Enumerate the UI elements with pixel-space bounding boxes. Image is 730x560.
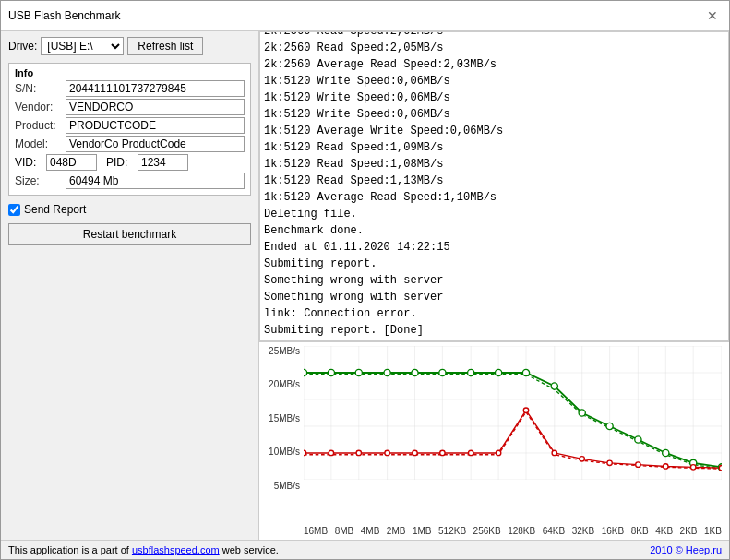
x-axis-label: 1KB (704, 526, 722, 536)
log-line: 1k:5120 Write Speed:0,06MB/s (264, 106, 724, 123)
window-title: USB Flash Benchmark (8, 9, 120, 22)
main-area: Drive: [USB] E:\ Refresh list Info S/N: … (1, 31, 729, 540)
x-axis-label: 2MB (387, 526, 406, 536)
svg-point-53 (719, 466, 722, 471)
svg-point-30 (522, 369, 529, 375)
size-label: Size: (15, 174, 66, 187)
drive-label: Drive: (8, 40, 37, 53)
log-line: Benchmark done. (264, 222, 724, 239)
x-axis-label: 16KB (602, 526, 624, 536)
log-line: 2k:2560 Read Speed:2,02MB/s (264, 31, 724, 40)
footer-text-before: This application is a part of (8, 544, 132, 555)
restart-button[interactable]: Restart benchmark (8, 223, 251, 245)
svg-point-25 (384, 369, 390, 375)
y-axis-label: 25MB/s (269, 346, 300, 356)
svg-point-23 (328, 369, 334, 375)
svg-point-24 (355, 369, 362, 375)
svg-point-38 (304, 450, 306, 455)
refresh-button[interactable]: Refresh list (127, 37, 203, 55)
svg-point-35 (663, 449, 669, 456)
chart-svg (304, 346, 722, 480)
svg-point-29 (495, 369, 501, 375)
log-line: Something wrong with server (264, 289, 724, 305)
product-input[interactable] (66, 117, 245, 134)
svg-point-31 (551, 383, 557, 389)
send-report-checkbox[interactable] (8, 204, 20, 216)
svg-point-44 (468, 450, 473, 455)
drive-select[interactable]: [USB] E:\ (41, 37, 124, 55)
footer-text: This application is a part of usbflashsp… (8, 544, 279, 555)
svg-point-34 (635, 436, 641, 443)
sn-row: S/N: (15, 80, 245, 97)
x-axis-labels: 16MB8MB4MB2MB1MB512KB256KB128KB64KB32KB1… (304, 526, 722, 536)
main-window: USB Flash Benchmark ✕ Drive: [USB] E:\ R… (0, 0, 730, 560)
vendor-input[interactable] (66, 99, 245, 115)
svg-point-42 (413, 450, 417, 455)
log-line: 1k:5120 Average Write Speed:0,06MB/s (264, 123, 724, 139)
model-input[interactable] (66, 136, 245, 152)
product-row: Product: (15, 117, 245, 134)
log-line: Ended at 01.11.2020 14:22:15 (264, 239, 724, 256)
x-axis-label: 32KB (572, 526, 594, 536)
info-title: Info (15, 67, 245, 78)
x-axis-label: 64KB (543, 526, 565, 536)
right-panel: 2k:2560 Read Speed:2,02MB/s2k:2560 Read … (259, 31, 729, 540)
svg-point-50 (636, 462, 640, 467)
log-line: 1k:5120 Average Read Speed:1,10MB/s (264, 189, 724, 206)
log-line: 1k:5120 Read Speed:1,09MB/s (264, 139, 724, 156)
svg-point-49 (607, 460, 612, 465)
log-line: Deleting file. (264, 206, 724, 222)
y-axis-label: 5MB/s (274, 481, 300, 491)
svg-point-43 (440, 450, 445, 455)
svg-point-26 (412, 369, 418, 375)
svg-point-45 (496, 450, 500, 455)
log-line: 1k:5120 Write Speed:0,06MB/s (264, 73, 724, 89)
y-axis-labels: 25MB/s20MB/s15MB/s10MB/s5MB/s (259, 346, 304, 514)
log-area[interactable]: 2k:2560 Read Speed:2,02MB/s2k:2560 Read … (259, 31, 729, 341)
log-line: 1k:5120 Write Speed:0,06MB/s (264, 89, 724, 106)
x-axis-label: 2KB (680, 526, 698, 536)
svg-point-46 (523, 408, 528, 412)
vid-pid-row: VID: PID: (15, 154, 245, 171)
log-line: 1k:5120 Read Speed:1,13MB/s (264, 173, 724, 189)
y-axis-label: 20MB/s (269, 379, 300, 389)
svg-point-47 (552, 450, 556, 455)
send-report-row: Send Report (8, 203, 251, 216)
pid-input[interactable] (138, 154, 188, 171)
chart-area: 25MB/s20MB/s15MB/s10MB/s5MB/s 16MB8MB4MB… (259, 341, 729, 540)
pid-label: PID: (106, 156, 134, 169)
x-axis-label: 16MB (304, 526, 328, 536)
log-line: 2k:2560 Average Read Speed:2,03MB/s (264, 56, 724, 73)
x-axis-label: 8KB (631, 526, 649, 536)
size-row: Size: (15, 173, 245, 189)
drive-row: Drive: [USB] E:\ Refresh list (8, 37, 251, 55)
svg-point-32 (579, 410, 585, 416)
x-axis-label: 4MB (361, 526, 380, 536)
sn-input[interactable] (66, 80, 245, 97)
info-section: Info S/N: Vendor: Product: M (8, 63, 251, 196)
footer-link[interactable]: usbflashspeed.com (132, 544, 220, 555)
x-axis-label: 1MB (413, 526, 432, 536)
footer-bar: This application is a part of usbflashsp… (1, 540, 729, 559)
close-button[interactable]: ✕ (703, 6, 722, 25)
size-input[interactable] (66, 173, 245, 189)
footer-right-link[interactable]: 2010 © Heep.ru (650, 544, 722, 555)
model-row: Model: (15, 136, 245, 152)
svg-point-27 (439, 369, 446, 375)
svg-point-28 (468, 369, 474, 375)
y-axis-label: 15MB/s (269, 413, 300, 423)
vendor-row: Vendor: (15, 99, 245, 115)
log-line: Something wrong with server (264, 272, 724, 289)
vid-input[interactable] (46, 154, 97, 171)
log-line: 2k:2560 Read Speed:2,05MB/s (264, 40, 724, 56)
svg-point-22 (304, 369, 307, 375)
svg-point-52 (690, 465, 695, 470)
product-label: Product: (15, 119, 66, 132)
vendor-label: Vendor: (15, 101, 66, 113)
x-axis-label: 4KB (655, 526, 673, 536)
vid-label: VID: (15, 156, 42, 169)
send-report-label[interactable]: Send Report (24, 203, 86, 216)
x-axis-label: 512KB (438, 526, 466, 536)
svg-point-48 (580, 457, 584, 461)
y-axis-label: 10MB/s (269, 447, 300, 457)
